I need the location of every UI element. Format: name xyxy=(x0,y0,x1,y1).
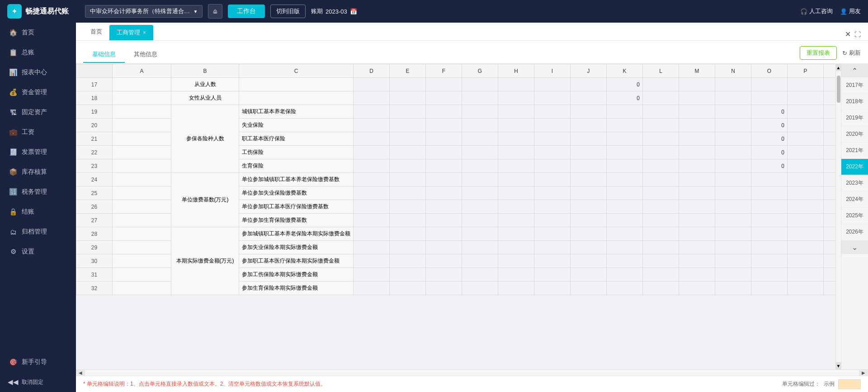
cell-17-n[interactable] xyxy=(715,78,751,91)
cell-29-c[interactable]: 参加失业保险本期实际缴费金额 xyxy=(239,241,354,254)
workbench-button[interactable]: 工作台 xyxy=(228,5,265,18)
cell-18-l[interactable] xyxy=(643,91,679,105)
close-window-icon[interactable]: ✕ xyxy=(845,30,851,38)
col-header-l[interactable]: L xyxy=(643,64,679,78)
cell-17-a[interactable] xyxy=(113,78,171,91)
cell-19-g[interactable] xyxy=(462,105,498,119)
cell-18-d[interactable] xyxy=(354,91,390,105)
sub-tab-other[interactable]: 其他信息 xyxy=(125,47,166,63)
cell-22-d[interactable] xyxy=(354,146,390,159)
cell-23-i[interactable] xyxy=(534,159,571,173)
cell-19-c[interactable]: 城镇职工基本养老保险 xyxy=(239,105,354,119)
cell-23-l[interactable] xyxy=(643,159,679,173)
cell-17-m[interactable] xyxy=(679,78,715,91)
cell-19-a[interactable] xyxy=(113,105,171,119)
cell-24-c[interactable]: 单位参加城镇职工基本养老保险缴费基数 xyxy=(239,173,354,186)
cell-19-j[interactable] xyxy=(571,105,607,119)
cell-18-o[interactable] xyxy=(751,91,788,105)
cell-31-a[interactable] xyxy=(113,268,171,282)
cell-32-c[interactable]: 参加生育保险本期实际缴费金额 xyxy=(239,282,354,295)
col-header-c[interactable]: C xyxy=(239,64,354,78)
cell-23-e[interactable] xyxy=(390,159,426,173)
scroll-down-btn[interactable]: ▼ xyxy=(836,362,841,369)
cell-24-a[interactable] xyxy=(113,173,171,186)
cell-21-c[interactable]: 职工基本医疗保险 xyxy=(239,132,354,146)
cell-19-i[interactable] xyxy=(534,105,571,119)
col-header-h[interactable]: H xyxy=(498,64,534,78)
cell-23-d[interactable] xyxy=(354,159,390,173)
cell-22-q[interactable] xyxy=(824,146,836,159)
sidebar-item-ledger[interactable]: 📋总账 xyxy=(0,43,76,62)
cell-20-d[interactable] xyxy=(354,119,390,132)
col-header-m[interactable]: M xyxy=(679,64,715,78)
cell-21-j[interactable] xyxy=(571,132,607,146)
sidebar-item-home[interactable]: 🏠首页 xyxy=(0,23,76,43)
cell-17-q[interactable] xyxy=(824,78,836,91)
cell-22-g[interactable] xyxy=(462,146,498,159)
cell-18-a[interactable] xyxy=(113,91,171,105)
col-header-g[interactable]: G xyxy=(462,64,498,78)
cell-20-f[interactable] xyxy=(426,119,462,132)
sub-tab-basic[interactable]: 基础信息 xyxy=(83,47,125,63)
year-item-2023年[interactable]: 2023年 xyxy=(841,175,868,191)
year-item-2024年[interactable]: 2024年 xyxy=(841,191,868,208)
cell-22-p[interactable] xyxy=(788,146,824,159)
col-header-b[interactable]: B xyxy=(171,64,239,78)
cell-17-c[interactable] xyxy=(239,78,354,91)
cell-17-l[interactable] xyxy=(643,78,679,91)
cell-21-m[interactable] xyxy=(679,132,715,146)
cell-23-k[interactable] xyxy=(607,159,643,173)
col-header-o[interactable]: O xyxy=(751,64,788,78)
cell-20-c[interactable]: 失业保险 xyxy=(239,119,354,132)
cell-23-j[interactable] xyxy=(571,159,607,173)
sidebar-item-settings[interactable]: ⚙设置 xyxy=(0,242,76,262)
cell-23-q[interactable] xyxy=(824,159,836,173)
year-item-2022年[interactable]: 2022年 xyxy=(841,159,868,175)
cell-22-j[interactable] xyxy=(571,146,607,159)
cell-30-a[interactable] xyxy=(113,254,171,268)
cell-18-j[interactable] xyxy=(571,91,607,105)
year-item-2017年[interactable]: 2017年 xyxy=(841,77,868,94)
cell-21-e[interactable] xyxy=(390,132,426,146)
cell-21-o[interactable]: 0 xyxy=(751,132,788,146)
cell-19-q[interactable] xyxy=(824,105,836,119)
cell-20-o[interactable]: 0 xyxy=(751,119,788,132)
year-item-2026年[interactable]: 2026年 xyxy=(841,224,868,240)
cell-23-p[interactable] xyxy=(788,159,824,173)
h-scroll-left-btn[interactable]: ◀ xyxy=(76,370,85,376)
cell-18-b[interactable]: 女性从业人员 xyxy=(171,91,239,105)
cell-20-p[interactable] xyxy=(788,119,824,132)
cell-23-h[interactable] xyxy=(498,159,534,173)
old-version-button[interactable]: 切到旧版 xyxy=(270,5,306,18)
year-scroll-up-btn[interactable]: ⌃ xyxy=(841,64,868,77)
cell-22-o[interactable]: 0 xyxy=(751,146,788,159)
h-scroll-area[interactable]: ◀ ▶ xyxy=(76,369,868,376)
cell-22-k[interactable] xyxy=(607,146,643,159)
maximize-icon[interactable]: ⛶ xyxy=(854,31,861,38)
cell-21-q[interactable] xyxy=(824,132,836,146)
cell-17-i[interactable] xyxy=(534,78,571,91)
cell-28-c[interactable]: 参加城镇职工基本养老保险本期实际缴费金额 xyxy=(239,227,354,241)
cell-19-o[interactable]: 0 xyxy=(751,105,788,119)
cell-21-d[interactable] xyxy=(354,132,390,146)
cell-17-d[interactable] xyxy=(354,78,390,91)
cell-20-i[interactable] xyxy=(534,119,571,132)
cell-22-m[interactable] xyxy=(679,146,715,159)
cell-17-k[interactable]: 0 xyxy=(607,78,643,91)
col-header-n[interactable]: N xyxy=(715,64,751,78)
cell-26-c[interactable]: 单位参加职工基本医疗保险缴费基数 xyxy=(239,200,354,214)
sidebar-item-archive[interactable]: 🗂归档管理 xyxy=(0,222,76,242)
cell-28-a[interactable] xyxy=(113,227,171,241)
cell-18-p[interactable] xyxy=(788,91,824,105)
cell-17-h[interactable] xyxy=(498,78,534,91)
cell-20-k[interactable] xyxy=(607,119,643,132)
tab-home[interactable]: 首页 xyxy=(83,24,109,40)
cell-22-l[interactable] xyxy=(643,146,679,159)
cell-20-n[interactable] xyxy=(715,119,751,132)
cell-18-e[interactable] xyxy=(390,91,426,105)
sidebar-item-finance[interactable]: 💰资金管理 xyxy=(0,82,76,102)
cell-20-m[interactable] xyxy=(679,119,715,132)
cell-22-i[interactable] xyxy=(534,146,571,159)
cell-22-e[interactable] xyxy=(390,146,426,159)
cell-21-i[interactable] xyxy=(534,132,571,146)
